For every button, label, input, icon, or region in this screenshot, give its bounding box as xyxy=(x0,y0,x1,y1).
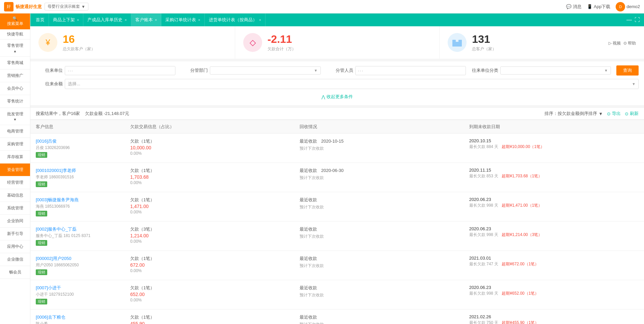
search-button[interactable]: 查询 xyxy=(616,65,639,76)
tab-product-status[interactable]: 商品上下架 × xyxy=(49,13,83,26)
date-value-0: 2020.10.15 xyxy=(469,138,639,143)
sidebar: 🔍 搜索菜单 快捷导航 零售管理 ▲ 零售商城 营销推广 会员中心 零售统计 批… xyxy=(0,13,30,324)
repay-info-0: 最近收款 2020-10-15 预计下次收款 xyxy=(300,138,469,151)
sidebar-item-system[interactable]: 系统管理 xyxy=(0,202,30,215)
sidebar-item-marketing[interactable]: 营销推广 xyxy=(0,69,30,82)
manager-input[interactable]: ··· xyxy=(355,66,466,75)
customer-name-0[interactable]: [0016]吕俊 xyxy=(36,138,130,144)
sidebar-item-member-center[interactable]: 会员中心 xyxy=(0,82,30,95)
logo-icon: 好 xyxy=(4,2,13,11)
customer-name-5[interactable]: [0007]小进干 xyxy=(36,285,130,291)
date-info-2: 2020.06.23 最长欠款 998 天 超期¥1,471.00（1笔） xyxy=(469,197,639,208)
tab-product-history[interactable]: 产成品入库单历史 × xyxy=(83,13,131,26)
sidebar-item-enterprise-wechat[interactable]: 企业微信 xyxy=(0,253,30,266)
sort-arrow-icon: ▼ xyxy=(598,111,603,116)
refresh-button[interactable]: ⊙ 刷新 xyxy=(625,111,639,117)
export-button[interactable]: ⊙ 导出 xyxy=(607,111,621,117)
store-selector[interactable]: 母婴行业演示账套 ▼ xyxy=(45,3,88,10)
sidebar-item-ops[interactable]: 经营管理 xyxy=(0,176,30,189)
customer-tag-4: 现销 xyxy=(36,269,47,275)
customer-name-2[interactable]: [0003]畅捷服务尹海燕 xyxy=(36,197,130,203)
sidebar-item-retail-shop[interactable]: 零售商城 xyxy=(0,57,30,69)
customer-info-1: [0001020001]李老师 李老师 18600391516 现销 xyxy=(36,168,130,187)
table-header: 客户信息 欠款交易信息（占比） 回收情况 到期未收款日期 xyxy=(30,120,644,134)
from-unit-input[interactable]: ··· xyxy=(65,66,175,75)
date-value-5: 2020.06.23 xyxy=(469,285,639,290)
repay-next-3: 预计下次收款 xyxy=(300,234,469,239)
dept-select[interactable]: ▼ xyxy=(210,66,320,75)
sort-button[interactable]: 排序：按欠款金额倒序排序 ▼ xyxy=(544,111,603,117)
sidebar-item-retail-stats[interactable]: 零售统计 xyxy=(0,95,30,108)
repay-info-1: 最近收款 2020-06-30 预计下次收款 xyxy=(300,168,469,181)
repay-next-0: 预计下次收款 xyxy=(300,146,469,151)
stat-label-customers: 总欠款客户（家） xyxy=(63,46,95,52)
date-value-1: 2020.11.15 xyxy=(469,168,639,173)
collapse-btn[interactable]: ⋀ 收起更多条件 xyxy=(36,92,639,101)
header-customer: 客户信息 xyxy=(36,124,130,130)
overdue-link-2[interactable]: 超期¥1,471.00（1笔） xyxy=(502,203,542,208)
video-btn[interactable]: ▷ 视频 xyxy=(609,40,621,46)
quick-nav-btn[interactable]: 快捷导航 xyxy=(0,29,30,39)
sidebar-item-capital[interactable]: 资金管理 xyxy=(0,164,30,176)
tab-purchase-summary[interactable]: 采购订单统计表 × xyxy=(161,13,204,26)
overdue-link-4[interactable]: 超期¥672.00（1笔） xyxy=(502,262,539,266)
customer-phone-3: 服务中心_丁磊 181 0125 8371 xyxy=(36,233,130,239)
customer-name-3[interactable]: [0002]服务中心_丁磊 xyxy=(36,226,130,232)
sidebar-item-app-center[interactable]: 应用中心 xyxy=(0,240,30,253)
sidebar-item-retail-mgmt[interactable]: 零售管理 ▲ xyxy=(0,39,30,57)
sidebar-item-premium[interactable]: 畅会员 xyxy=(0,266,30,279)
unit-category-select[interactable]: ▼ xyxy=(500,66,611,75)
user-action[interactable]: D demo2 xyxy=(616,2,640,11)
overdue-link-6[interactable]: 超期¥455.90（1笔） xyxy=(502,320,539,324)
tab-close-purchase-summary[interactable]: × xyxy=(198,18,200,22)
message-action[interactable]: 💬 消息 xyxy=(566,4,582,10)
app-download-action[interactable]: 📱 App下载 xyxy=(587,4,610,10)
repay-last-4: 最近收款 xyxy=(300,256,469,262)
customer-name-1[interactable]: [0001020001]李老师 xyxy=(36,168,130,174)
date-value-3: 2020.06.23 xyxy=(469,226,639,231)
table-row: [0006]去下粮仓 陈小希 现销 欠款（1笔） 455.90 0.00% 最近… xyxy=(30,310,644,324)
tab-close-product-history[interactable]: × xyxy=(124,18,127,22)
export-icon: ⊙ xyxy=(607,111,611,116)
debt-count-6: 欠款（1笔） xyxy=(130,314,300,320)
filter-row-2: 往来余额 选择... ▼ xyxy=(36,79,639,89)
customer-name-6[interactable]: [0006]去下粮仓 xyxy=(36,314,130,320)
sidebar-item-ecommerce[interactable]: 电商管理 xyxy=(0,125,30,138)
collapse-icon: ⋀ xyxy=(321,94,325,99)
repay-next-4: 预计下次收款 xyxy=(300,263,469,269)
debt-info-1: 欠款（1笔） 1,703.68 0.00% xyxy=(130,168,300,185)
header-debt: 欠款交易信息（占比） xyxy=(130,124,300,130)
tab-close-purchase-product[interactable]: × xyxy=(259,18,261,22)
tab-customer-account[interactable]: 客户账本 × xyxy=(131,13,161,26)
customer-name-4[interactable]: [000002]用户2050 xyxy=(36,256,130,262)
minimize-icon[interactable]: — xyxy=(626,17,632,23)
maximize-icon[interactable]: ⛶ xyxy=(635,17,640,23)
balance-select[interactable]: 选择... ▼ xyxy=(65,79,639,89)
date-overdue-1: 最长欠款 853 天 超期¥1,703.68（1笔） xyxy=(469,173,639,179)
topbar-left: 好 畅捷通好生意 母婴行业演示账套 ▼ xyxy=(4,2,88,11)
tab-home[interactable]: 首页 xyxy=(32,13,49,26)
sidebar-item-enterprise-collab[interactable]: 企业协同 xyxy=(0,215,30,228)
debt-info-4: 欠款（1笔） 672.00 0.00% xyxy=(130,256,300,273)
help-btn[interactable]: ⊙ 帮助 xyxy=(623,40,636,46)
sidebar-item-purchase[interactable]: 采购管理 xyxy=(0,138,30,151)
overdue-link-3[interactable]: 超期¥1,214.00（3笔） xyxy=(502,232,542,237)
date-info-1: 2020.11.15 最长欠款 853 天 超期¥1,703.68（1笔） xyxy=(469,168,639,179)
tab-close-customer-account[interactable]: × xyxy=(155,18,157,22)
filter-from-unit: 往来单位 ··· xyxy=(36,66,175,75)
tab-purchase-product[interactable]: 进货单统计表（按商品） × xyxy=(205,13,265,26)
date-overdue-3: 最长欠款 998 天 超期¥1,214.00（3笔） xyxy=(469,232,639,238)
tab-close-product-status[interactable]: × xyxy=(77,18,79,22)
search-menu-btn[interactable]: 🔍 搜索菜单 xyxy=(0,13,30,29)
sidebar-item-batch-mgmt[interactable]: 批发管理 ▼ xyxy=(0,108,30,125)
overdue-link-1[interactable]: 超期¥1,703.68（1笔） xyxy=(502,174,542,178)
customer-info-2: [0003]畅捷服务尹海燕 海燕 18513066976 现销 xyxy=(36,197,130,216)
header-repay: 回收情况 xyxy=(300,124,469,130)
overdue-link-5[interactable]: 超期¥652.00（1笔） xyxy=(502,291,539,296)
header-date: 到期未收款日期 xyxy=(469,124,639,130)
stat-value-total: 131 xyxy=(472,33,496,46)
overdue-link-0[interactable]: 超期¥10,000.00（1笔） xyxy=(502,144,544,149)
sidebar-item-inventory[interactable]: 库存核算 xyxy=(0,151,30,164)
sidebar-item-basic[interactable]: 基础信息 xyxy=(0,189,30,202)
sidebar-item-new-guide[interactable]: 新手引导 xyxy=(0,228,30,240)
